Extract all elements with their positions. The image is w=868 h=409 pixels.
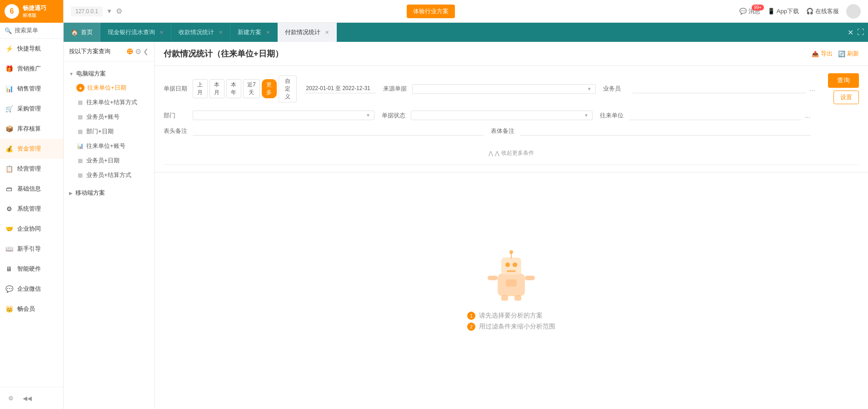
trial-button[interactable]: 体验行业方案 xyxy=(407,5,455,18)
tab-cashflow[interactable]: 现金银行流水查询 ✕ xyxy=(100,23,171,42)
search-icon: 🔍 xyxy=(5,27,12,34)
date-btn-this-month[interactable]: 本月 xyxy=(210,79,224,98)
logo-icon: 6 xyxy=(5,4,19,19)
basic-icon: 🗃 xyxy=(5,184,14,193)
topbar-right: 💬 消息 99+ 📱 App下载 🎧 在线客服 xyxy=(739,4,861,19)
app-icon: 📱 xyxy=(768,8,775,15)
partner-input[interactable] xyxy=(629,111,801,120)
staff-label: 业务员 xyxy=(603,85,629,93)
scheme-item-icon: ▦ xyxy=(76,113,84,121)
sidebar-item-finance[interactable]: 💰 资金管理 xyxy=(0,139,63,159)
date-btn-custom[interactable]: 自定义 xyxy=(279,76,297,102)
scheme-item-partner-payment[interactable]: ▦ 往来单位+结算方式 xyxy=(64,95,154,110)
collab-icon: 🤝 xyxy=(5,224,14,233)
filter-panel: 单据日期 上月 本月 本年 近7天 更多 自定义 xyxy=(155,66,868,172)
mobile-arrow-icon: ▶ xyxy=(69,191,73,196)
date-range-input[interactable] xyxy=(304,85,376,93)
sidebar-item-hardware[interactable]: 🖥 智能硬件 xyxy=(0,259,63,279)
member-icon: 👑 xyxy=(5,304,14,313)
sidebar-item-marketing[interactable]: 🎁 营销推广 xyxy=(0,59,63,79)
sidebar-item-operations[interactable]: 📋 经营管理 xyxy=(0,159,63,179)
tab-home[interactable]: 🏠 首页 xyxy=(64,23,100,42)
query-button[interactable]: 查询 xyxy=(828,73,859,88)
scheme-item-label: 往来单位+结算方式 xyxy=(86,98,137,106)
date-btn-more[interactable]: 更多 xyxy=(262,79,277,98)
body-note-input[interactable] xyxy=(520,126,811,136)
svg-rect-9 xyxy=(501,295,508,301)
tab-new-scheme-close[interactable]: ✕ xyxy=(266,30,270,35)
scheme-item-partner-date[interactable]: ● 往来单位+日期 xyxy=(64,81,154,95)
filter-settings-button[interactable]: 设置 xyxy=(833,91,859,104)
head-note-input[interactable] xyxy=(193,126,484,136)
scheme-item-staff-account[interactable]: ▦ 业务员+账号 xyxy=(64,110,154,124)
sidebar-item-weixin[interactable]: 💬 企业微信 xyxy=(0,279,63,299)
search-menu[interactable]: 🔍 搜索菜单 xyxy=(0,23,63,39)
date-btn-last-month[interactable]: 上月 xyxy=(193,79,208,98)
sidebar-collapse-button[interactable]: ◀◀ xyxy=(21,392,34,404)
sidebar-item-label: 企业协同 xyxy=(17,225,41,233)
sidebar-item-system[interactable]: ⚙ 系统管理 xyxy=(0,199,63,219)
source-select[interactable]: ▼ xyxy=(412,84,595,94)
empty-state: 1 请先选择要分析的方案 2 用过滤条件来缩小分析范围 xyxy=(155,172,868,409)
source-label: 来源单据 xyxy=(383,85,409,93)
partner-label: 往来单位 xyxy=(600,111,625,120)
sidebar-item-guide[interactable]: 📖 新手引导 xyxy=(0,239,63,259)
tab-receipt-close[interactable]: ✕ xyxy=(219,30,223,35)
tab-payment-stats[interactable]: 付款情况统计 ✕ xyxy=(278,23,337,42)
user-avatar[interactable] xyxy=(846,4,861,19)
status-select[interactable]: ▼ xyxy=(411,111,593,120)
tab-receipt-stats[interactable]: 收款情况统计 ✕ xyxy=(171,23,230,42)
staff-dots[interactable]: ... xyxy=(809,85,815,93)
sidebar-item-sales[interactable]: 📊 销售管理 xyxy=(0,79,63,99)
scheme-group-desktop-header[interactable]: ▼ 电脑端方案 xyxy=(64,67,154,81)
body-note-label: 表体备注 xyxy=(491,127,516,135)
scheme-item-staff-payment[interactable]: ▦ 业务员+结算方式 xyxy=(64,168,154,182)
svg-rect-1 xyxy=(501,258,521,275)
topbar-dropdown-icon[interactable]: ▼ xyxy=(106,8,112,15)
dept-select[interactable]: ▼ xyxy=(193,111,374,120)
sidebar-item-inventory[interactable]: 📦 库存核算 xyxy=(0,119,63,139)
collapse-button[interactable]: ⋀ ⋀ 收起更多条件 xyxy=(485,146,537,161)
scheme-item-label: 业务员+结算方式 xyxy=(86,171,131,179)
scheme-add-button[interactable]: ⊕ xyxy=(126,46,133,56)
tab-payment-close[interactable]: ✕ xyxy=(325,30,329,35)
refresh-button[interactable]: 🔄 刷新 xyxy=(838,50,859,58)
refresh-icon: 🔄 xyxy=(838,50,845,57)
scheme-item-partner-account[interactable]: 📊 往来单位+账号 xyxy=(64,139,154,153)
sidebar-item-collab[interactable]: 🤝 企业协同 xyxy=(0,219,63,239)
message-icon: 💬 xyxy=(739,8,747,15)
tab-cashflow-close[interactable]: ✕ xyxy=(160,30,164,35)
staff-input[interactable] xyxy=(632,84,806,93)
message-button[interactable]: 💬 消息 99+ xyxy=(739,7,760,15)
scheme-item-dept-date[interactable]: ▦ 部门+日期 xyxy=(64,124,154,139)
close-tab-icon[interactable]: ✕ xyxy=(848,28,853,37)
scheme-settings-button[interactable]: ⚙ xyxy=(135,47,141,56)
scheme-group-mobile-header[interactable]: ▶ 移动端方案 xyxy=(64,186,154,200)
scheme-collapse-button[interactable]: ❮ xyxy=(143,48,149,55)
page-actions: 📤 导出 🔄 刷新 xyxy=(812,50,859,58)
scheme-item-label: 业务员+日期 xyxy=(86,157,120,165)
app-download-button[interactable]: 📱 App下载 xyxy=(768,7,799,15)
scheme-item-staff-date[interactable]: ▦ 业务员+日期 xyxy=(64,153,154,168)
sidebar-settings-button[interactable]: ⚙ xyxy=(5,392,17,404)
tab-new-scheme[interactable]: 新建方案 ✕ xyxy=(230,23,278,42)
sidebar-item-quick-nav[interactable]: ⚡ 快捷导航 xyxy=(0,39,63,59)
app-download-label: App下载 xyxy=(777,7,799,15)
export-button[interactable]: 📤 导出 xyxy=(812,50,833,58)
expand-tab-icon[interactable]: ⛶ xyxy=(857,28,864,36)
filter-dept-item: 部门 ▼ xyxy=(164,111,374,120)
scheme-header: 按以下方案查询 ⊕ ⚙ ❮ xyxy=(64,42,154,61)
online-service-button[interactable]: 🎧 在线客服 xyxy=(806,7,839,15)
sidebar-item-purchase[interactable]: 🛒 采购管理 xyxy=(0,99,63,119)
logo-sub: 标准版 xyxy=(23,12,46,19)
scheme-item-label: 部门+日期 xyxy=(86,127,114,136)
date-btn-this-year[interactable]: 本年 xyxy=(226,79,241,98)
partner-dots[interactable]: ... xyxy=(805,111,811,120)
tab-payment-label: 付款情况统计 xyxy=(285,28,320,36)
sidebar-item-member[interactable]: 👑 畅会员 xyxy=(0,299,63,319)
filter-partner-item: 往来单位 ... xyxy=(600,111,811,120)
topbar-settings-icon[interactable]: ⚙ xyxy=(116,7,122,15)
sidebar-item-basic[interactable]: 🗃 基础信息 xyxy=(0,179,63,199)
filter-source-item: 来源单据 ▼ xyxy=(383,84,595,94)
date-btn-7days[interactable]: 近7天 xyxy=(243,79,260,98)
